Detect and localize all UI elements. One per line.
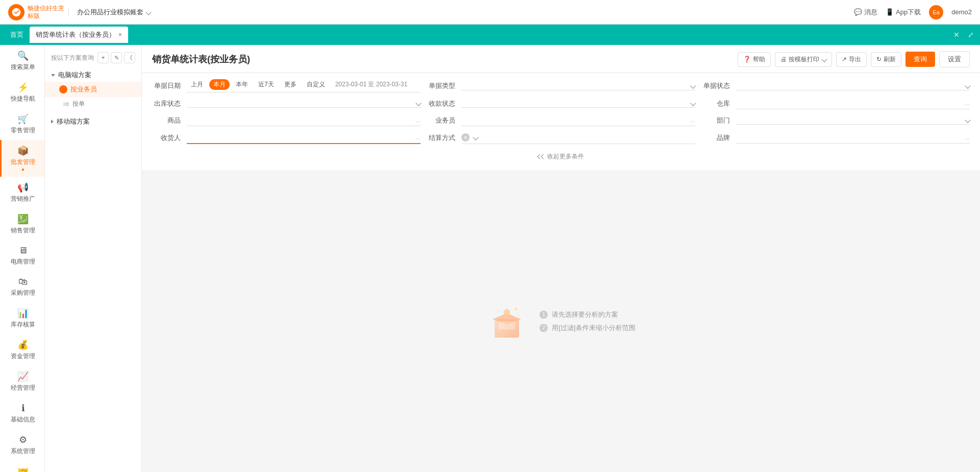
salesman-select[interactable]: ...: [461, 114, 695, 126]
svg-point-7: [497, 310, 499, 312]
sidebar-item-operations[interactable]: 📈 经营管理: [0, 366, 44, 397]
delivery-chevron: [415, 100, 421, 106]
print-button[interactable]: 🖨 按模板打印: [775, 52, 832, 67]
ecommerce-icon: 🖥: [18, 245, 28, 256]
wholesale-icon: 📦: [17, 145, 29, 156]
inventory-icon: 📊: [17, 308, 29, 319]
scheme-item-by-salesman[interactable]: 按业务员: [45, 82, 141, 97]
download-icon: 📱: [886, 8, 894, 16]
tab-close-window[interactable]: ✕: [951, 29, 962, 41]
svg-point-5: [515, 308, 518, 310]
tab-expand-window[interactable]: ⤢: [966, 29, 976, 41]
sidebar-item-system[interactable]: ⚙ 系统管理: [0, 429, 44, 461]
date-tab-this-year[interactable]: 本年: [232, 79, 252, 90]
left-panel: 按以下方案查询 + ✎ 《 电脑端方案: [45, 45, 142, 472]
date-tab-custom[interactable]: 自定义: [303, 79, 329, 90]
tab-home[interactable]: 首页: [4, 27, 30, 43]
main-layout: 🔍 搜索菜单 ⚡ 快捷导航 🛒 零售管理 📦 批发管理 ▲ 📢 营销推广 💹 销…: [0, 45, 980, 472]
scheme-dot-icon: [59, 85, 67, 93]
page-actions: ❓ 帮助 🖨 按模板打印 ↗ 导出 ↻: [738, 51, 970, 67]
scheme-group-mobile: 移动端方案: [45, 113, 141, 130]
settle-label: 结算方式: [427, 133, 455, 143]
user-action[interactable]: demo2: [951, 8, 972, 16]
sidebar-item-marketing[interactable]: 📢 营销推广: [0, 177, 44, 208]
payment-select[interactable]: [461, 99, 695, 108]
operations-icon: 📈: [17, 371, 29, 382]
doc-type-select[interactable]: [461, 82, 695, 90]
tab-sales-stat[interactable]: 销货单统计表（按业务员） ×: [30, 27, 128, 43]
date-tab-more[interactable]: 更多: [280, 79, 301, 90]
sidebar-item-wholesale[interactable]: 📦 批发管理 ▲: [0, 140, 44, 177]
add-scheme-button[interactable]: +: [97, 52, 109, 63]
collapse-bar[interactable]: 收起更多条件: [152, 149, 970, 164]
scheme-group-desktop-title[interactable]: 电脑端方案: [45, 68, 141, 82]
goods-select[interactable]: ...: [187, 114, 421, 126]
collapse-panel-button[interactable]: 《: [124, 52, 135, 63]
date-tab-this-month[interactable]: 本月: [209, 79, 230, 90]
query-button[interactable]: 查询: [905, 52, 935, 67]
warehouse-select[interactable]: ...: [736, 98, 970, 109]
doc-type-label: 单据类型: [427, 81, 455, 90]
sidebar-item-ecommerce[interactable]: 🖥 电商管理: [0, 240, 44, 271]
refresh-button[interactable]: ↻ 刷新: [871, 52, 901, 67]
export-icon: ↗: [842, 56, 847, 63]
settle-clear-button[interactable]: ✕: [461, 133, 470, 141]
tip2-num: 2: [540, 324, 548, 332]
tip1-text: 请先选择要分析的方案: [552, 310, 618, 319]
doc-status-chevron: [965, 83, 970, 88]
sidebar-item-sales[interactable]: 💹 销售管理: [0, 208, 44, 240]
date-tab-last7[interactable]: 近7天: [254, 79, 278, 90]
sidebar-item-quicknav[interactable]: ⚡ 快捷导航: [0, 77, 44, 108]
scheme-group-mobile-title[interactable]: 移动端方案: [45, 115, 141, 128]
group-collapsed-icon: [51, 120, 54, 124]
top-header: 畅捷信好生意 标版 办公用品行业模拟账套 💬 消息 📱 App下载 Ea dem…: [0, 0, 980, 25]
sidebar-item-basic[interactable]: ℹ 基础信息: [0, 397, 44, 429]
brand-select[interactable]: ...: [736, 132, 970, 144]
message-action[interactable]: 💬 消息: [854, 8, 877, 17]
goods-dots: ...: [415, 116, 421, 124]
help-button[interactable]: ❓ 帮助: [738, 52, 771, 67]
tab-close-icon[interactable]: ×: [118, 31, 122, 38]
group-expand-icon: [51, 74, 55, 77]
empty-state: 1 请先选择要分析的方案 2 用[过滤]条件来缩小分析范围: [142, 170, 980, 472]
filter-row-4: 收货人 ... 结算方式 ✕ 品牌 ...: [152, 131, 970, 144]
warehouse-dots: ...: [965, 100, 970, 107]
download-action[interactable]: 📱 App下载: [886, 8, 921, 17]
consignee-input[interactable]: ...: [187, 132, 421, 144]
brand-dots: ...: [965, 134, 970, 141]
department-select[interactable]: [736, 116, 970, 125]
left-panel-title: 按以下方案查询: [51, 54, 94, 62]
delivery-select[interactable]: [187, 99, 421, 108]
user-avatar[interactable]: Ea: [929, 5, 943, 19]
finance-icon: 💰: [17, 339, 29, 350]
scheme-subitem-by-order[interactable]: IΦ 按单: [45, 97, 141, 111]
filter-row-2: 出库状态 收款状态 仓库 ...: [152, 98, 970, 109]
tab-bar-actions: ✕ ⤢: [951, 29, 976, 41]
sidebar-item-retail[interactable]: 🛒 零售管理: [0, 108, 44, 140]
sidebar-item-coop[interactable]: 🤝 企业协同: [0, 461, 44, 472]
print-icon: 🖨: [780, 56, 787, 63]
sidebar-item-purchase[interactable]: 🛍 采购管理: [0, 271, 44, 302]
settle-select[interactable]: ✕: [461, 131, 695, 144]
coop-icon: 🤝: [17, 466, 29, 472]
page-title-row: 销货单统计表(按业务员) ❓ 帮助 🖨 按模板打印 ↗: [152, 51, 970, 67]
date-tabs: 上月 本月 本年 近7天 更多 自定义: [187, 79, 329, 90]
settings-button[interactable]: 设置: [939, 51, 970, 67]
sidebar-item-search[interactable]: 🔍 搜索菜单: [0, 45, 44, 77]
app-selector[interactable]: 办公用品行业模拟账套: [73, 6, 155, 19]
date-tab-last-month[interactable]: 上月: [187, 79, 207, 90]
doc-status-select[interactable]: [736, 82, 970, 90]
refresh-icon: ↻: [876, 56, 881, 63]
help-icon: ❓: [743, 56, 751, 63]
sidebar: 🔍 搜索菜单 ⚡ 快捷导航 🛒 零售管理 📦 批发管理 ▲ 📢 营销推广 💹 销…: [0, 45, 45, 472]
sidebar-item-inventory[interactable]: 📊 库存核算: [0, 302, 44, 334]
scheme-group-desktop: 电脑端方案 按业务员 IΦ 按单: [45, 66, 141, 113]
header-left: 畅捷信好生意 标版 办公用品行业模拟账套: [8, 4, 155, 20]
sidebar-item-finance[interactable]: 💰 资金管理: [0, 334, 44, 366]
tip2-text: 用[过滤]条件来缩小分析范围: [552, 323, 635, 333]
filter-row-1: 单据日期 上月 本月 本年 近7天 更多 自定义 2023-03-01 至 20…: [152, 79, 970, 92]
header-divider: [68, 8, 69, 17]
payment-chevron: [690, 100, 696, 106]
export-button[interactable]: ↗ 导出: [836, 52, 867, 67]
edit-scheme-button[interactable]: ✎: [111, 52, 122, 63]
